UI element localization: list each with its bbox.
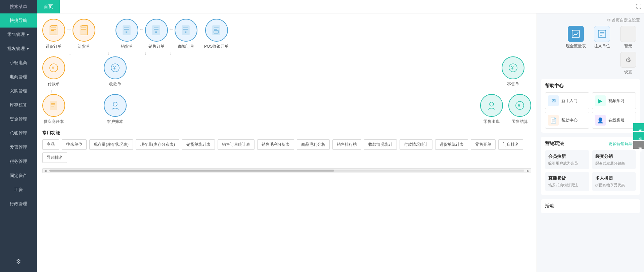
down-arrow-6: ↓ bbox=[118, 88, 136, 93]
qa-empty[interactable]: 暂无 bbox=[616, 26, 640, 49]
qa-partner[interactable]: 往来单位 bbox=[590, 26, 614, 49]
func-btn-sales-profit[interactable]: 销售毛利分析表 bbox=[257, 139, 294, 150]
activity-section: 活动 bbox=[541, 199, 640, 213]
down-arrow-5: ↓ bbox=[42, 88, 61, 93]
node-purchase-order[interactable]: 进货订单 bbox=[42, 19, 65, 49]
node-mall-order[interactable]: ≡ 商城订单 bbox=[175, 19, 197, 49]
node-pos[interactable]: POS收银开单 bbox=[204, 19, 229, 49]
sidebar-item-admin[interactable]: 行政管理 bbox=[0, 197, 37, 211]
func-grid: 商品 往来单位 现存量(库存状况表) 现存量(库存分布表) 销货单统计表 销售订… bbox=[42, 139, 531, 163]
common-funcs-title: 常用功能 bbox=[42, 130, 531, 136]
cashflow-icon bbox=[568, 26, 584, 42]
node-retail-bill[interactable]: ¥ 零售单 bbox=[502, 56, 524, 87]
sidebar-item-inventory[interactable]: 库存核算 bbox=[0, 98, 37, 112]
sidebar-bottom: ⚙ bbox=[0, 251, 37, 272]
top-bar: 搜索菜单 首页 ⛶ bbox=[0, 0, 644, 13]
home-tab[interactable]: 首页 bbox=[37, 0, 60, 13]
fullscreen-button[interactable]: ⛶ bbox=[636, 4, 641, 10]
customer-service-button[interactable]: 客服热线 bbox=[633, 123, 644, 131]
mkt-fission[interactable]: 裂变分销 裂变式发展分销商 bbox=[592, 150, 636, 169]
sidebar-item-assets[interactable]: 固定资产 bbox=[0, 169, 37, 183]
customize-link[interactable]: ⚙ 首页自定义设置 bbox=[541, 17, 640, 23]
marketing-header: 营销玩法 更多营销玩法 > bbox=[545, 141, 636, 147]
horizontal-scrollbar[interactable]: ◀ ▶ bbox=[42, 168, 531, 173]
func-btn-receipt-stat[interactable]: 收款情况统计 bbox=[364, 139, 397, 150]
svg-rect-38 bbox=[572, 30, 580, 38]
node-supplier-book[interactable]: 供应商账本 bbox=[42, 94, 65, 125]
help-item-video[interactable]: ▶ 视频学习 bbox=[592, 92, 636, 109]
mkt-member[interactable]: 会员拉新 吸引用户成为会员 bbox=[545, 150, 589, 169]
func-btn-store-rank[interactable]: 门店排名 bbox=[498, 139, 523, 150]
common-functions: 常用功能 商品 往来单位 现存量(库存状况表) 现存量(库存分布表) 销货单统计… bbox=[42, 130, 531, 163]
node-sales-order[interactable]: ≡ 销售订单 bbox=[145, 19, 168, 49]
svg-line-41 bbox=[576, 32, 578, 35]
func-btn-stock-dist[interactable]: 现存量(库存分布表) bbox=[136, 139, 179, 150]
svg-text:¥: ¥ bbox=[511, 65, 514, 71]
sidebar-item-ledger[interactable]: 总账管理 bbox=[0, 126, 37, 140]
marketing-title: 营销玩法 bbox=[545, 141, 564, 147]
func-btn-guide-rank[interactable]: 导购排名 bbox=[42, 152, 67, 163]
quick-access-bar: 现金流量表 往来单位 暂无 bbox=[541, 26, 640, 75]
mkt-live[interactable]: 直播卖货 场景式购物新玩法 bbox=[545, 172, 589, 191]
sidebar-item-payroll[interactable]: 工资 bbox=[0, 183, 37, 197]
mkt-group[interactable]: 多人拼团 拼团购物享受优惠 bbox=[592, 172, 636, 191]
left-arrow-icon: ← bbox=[139, 19, 144, 32]
func-btn-salesorder-stat[interactable]: 销售订单统计表 bbox=[218, 139, 255, 150]
func-btn-partner[interactable]: 往来单位 bbox=[62, 139, 87, 150]
node-receipt[interactable]: ¥ 收款单 bbox=[104, 56, 127, 87]
func-btn-sales-stat[interactable]: 销货单统计表 bbox=[182, 139, 215, 150]
node-payment[interactable]: ¥ 付款单 bbox=[42, 56, 65, 87]
sidebar-item-tax[interactable]: 税务管理 bbox=[0, 154, 37, 169]
sidebar-item-finance[interactable]: 资金管理 bbox=[0, 112, 37, 126]
svg-rect-0 bbox=[50, 26, 57, 35]
node-retail-settle[interactable]: ¥ 零售结算 bbox=[508, 94, 531, 125]
sidebar-item-wholesale[interactable]: 批发管理 ▼ bbox=[0, 42, 37, 56]
scroll-thumb bbox=[49, 170, 334, 172]
sidebar-item-retail[interactable]: 零售管理 ▼ bbox=[0, 28, 37, 42]
settings-icon[interactable]: ⚙ bbox=[0, 255, 37, 269]
sidebar-item-invoice[interactable]: 发票管理 bbox=[0, 140, 37, 154]
chevron-down-icon: ▼ bbox=[26, 47, 30, 51]
help-item-service[interactable]: 👤 在线客服 bbox=[592, 112, 636, 129]
func-btn-retail-order[interactable]: 零售开单 bbox=[471, 139, 496, 150]
svg-text:≡: ≡ bbox=[155, 30, 157, 34]
scroll-right-button[interactable]: ▶ bbox=[525, 168, 531, 173]
qa-settings[interactable]: ⚙ 设置 bbox=[616, 52, 640, 75]
svg-text:¥: ¥ bbox=[113, 65, 116, 71]
main-panel: 进货订单 → → bbox=[37, 13, 537, 272]
main-layout: 快捷导航 零售管理 ▼ 批发管理 ▼ 小畅电商 电商管理 采购管理 库存核算 资… bbox=[0, 13, 644, 272]
func-btn-product[interactable]: 商品 bbox=[42, 139, 59, 150]
sidebar-item-ecommerce-mgmt[interactable]: 电商管理 bbox=[0, 70, 37, 84]
more-marketing-link[interactable]: 更多营销玩法 > bbox=[608, 141, 636, 147]
node-purchase-bill[interactable]: → 进货单 bbox=[73, 19, 95, 49]
chevron-down-icon: ▼ bbox=[26, 33, 30, 37]
help-item-helpcenter[interactable]: 📄 帮助中心 bbox=[545, 112, 589, 129]
scroll-left-button[interactable]: ◀ bbox=[43, 168, 48, 173]
person-icon: 👤 bbox=[595, 115, 606, 126]
node-sales-bill[interactable]: ≡ 销货单 bbox=[116, 19, 138, 49]
desktop-shortcut-button[interactable]: 桌面快捷 bbox=[633, 141, 644, 149]
func-btn-stock-status[interactable]: 现存量(库存状况表) bbox=[89, 139, 133, 150]
down-arrow-4: ↓ bbox=[162, 51, 180, 56]
svg-text:≡: ≡ bbox=[126, 30, 128, 34]
func-btn-product-profit[interactable]: 商品毛利分析 bbox=[297, 139, 330, 150]
sidebar-item-ecommerce-small[interactable]: 小畅电商 bbox=[0, 56, 37, 70]
qa-cashflow[interactable]: 现金流量表 bbox=[564, 26, 588, 49]
func-btn-payment-stat[interactable]: 付款情况统计 bbox=[400, 139, 432, 150]
node-customer-book[interactable]: 客户账本 bbox=[104, 94, 127, 125]
content-area: 进货订单 → → bbox=[37, 13, 644, 272]
down-arrow-3: ↓ bbox=[136, 51, 155, 56]
help-item-beginner[interactable]: ✉ 新手入门 bbox=[545, 92, 589, 109]
func-btn-purchase-stat[interactable]: 进货单统计表 bbox=[435, 139, 468, 150]
help-title: 帮助中心 bbox=[545, 83, 636, 89]
partner-icon bbox=[594, 26, 610, 42]
func-btn-sales-rank[interactable]: 销售排行榜 bbox=[332, 139, 361, 150]
node-retail-out[interactable]: 零售出库 bbox=[480, 94, 503, 125]
search-menu-button[interactable]: 搜索菜单 bbox=[0, 0, 37, 13]
sidebar-item-purchase[interactable]: 采购管理 bbox=[0, 84, 37, 98]
sidebar-item-quicknav[interactable]: 快捷导航 bbox=[0, 13, 37, 28]
service-community-button[interactable]: 服务社区 bbox=[633, 132, 644, 140]
flow-diagram: 进货订单 → → bbox=[42, 19, 531, 125]
svg-point-34 bbox=[113, 102, 117, 106]
down-arrow-1: ↓ bbox=[61, 51, 79, 56]
